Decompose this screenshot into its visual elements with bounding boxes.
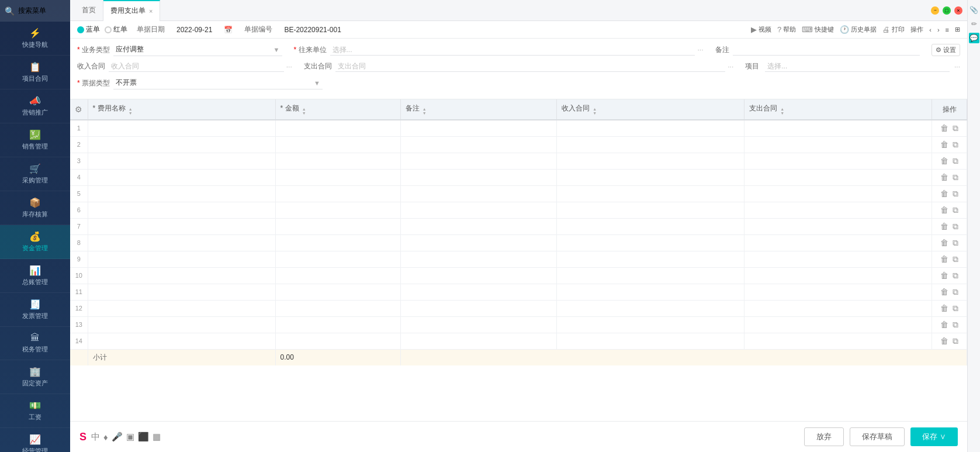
sort-icon-note[interactable]: ▲▼ [423,107,427,115]
th-income-contract[interactable]: 收入合同 ▲▼ [557,99,744,120]
note-cell[interactable] [400,120,557,136]
amount-cell[interactable] [275,267,400,284]
amount-cell[interactable] [275,202,400,218]
income-contract-cell[interactable] [557,234,744,251]
th-expense-contract[interactable]: 支出合同 ▲▼ [744,99,932,120]
gear-column-icon[interactable]: ⚙ [75,105,82,114]
delete-row-icon[interactable]: 🗑 [940,336,948,346]
amount-cell[interactable] [275,136,400,153]
amount-cell[interactable] [275,234,400,251]
amount-cell[interactable] [275,169,400,185]
copy-row-icon[interactable]: ⧉ [953,205,958,215]
copy-row-icon[interactable]: ⧉ [953,156,958,165]
sidebar-item-tax[interactable]: 🏛 税务管理 [0,327,70,360]
number-value[interactable]: BE-20220921-001 [284,26,341,34]
sidebar-item-operations[interactable]: 📈 经营管理 [0,428,70,452]
delete-row-icon[interactable]: 🗑 [940,271,948,280]
expense-contract-cell[interactable] [744,251,932,267]
th-amount[interactable]: * 金额 ▲▼ [275,99,400,120]
expense-name-cell[interactable] [88,185,275,202]
income-contract-cell[interactable] [557,316,744,333]
delete-row-icon[interactable]: 🗑 [940,172,948,182]
expense-name-cell[interactable] [88,136,275,153]
expense-contract-cell[interactable] [744,267,932,284]
note-cell[interactable] [400,251,557,267]
income-contract-cell[interactable] [557,267,744,284]
window-minimize[interactable]: － [931,6,939,15]
sidebar-item-purchase[interactable]: 🛒 采购管理 [0,157,70,191]
expense-name-cell[interactable] [88,153,275,169]
right-panel-clip-icon[interactable]: 📎 [969,5,979,15]
amount-cell[interactable] [275,300,400,316]
biz-type-select[interactable]: 应付调整 ▼ [113,43,282,56]
note-cell[interactable] [400,169,557,185]
expense-contract-cell[interactable] [744,120,932,136]
copy-row-icon[interactable]: ⧉ [953,336,958,346]
delete-row-icon[interactable]: 🗑 [940,205,948,215]
footer-icon-square1[interactable]: ▣ [126,432,134,442]
expense-contract-cell[interactable] [744,185,932,202]
note-cell[interactable] [400,267,557,284]
note-cell[interactable] [400,300,557,316]
delete-row-icon[interactable]: 🗑 [940,189,948,198]
income-contract-cell[interactable] [557,251,744,267]
sidebar-search[interactable]: 🔍 搜索菜单 [0,0,70,22]
invoice-type-select[interactable]: 不开票 ▼ [113,77,323,89]
expense-name-cell[interactable] [88,218,275,234]
expense-name-cell[interactable] [88,202,275,218]
copy-row-icon[interactable]: ⧉ [953,287,958,296]
income-contract-cell[interactable] [557,169,744,185]
note-cell[interactable] [400,333,557,349]
settings-button[interactable]: ⚙ 设置 [931,44,960,56]
sidebar-item-shortcuts[interactable]: ⚡ 快捷导航 [0,22,70,56]
income-contract-cell[interactable] [557,333,744,349]
amount-cell[interactable] [275,316,400,333]
calendar-icon[interactable]: 📅 [224,26,233,34]
tab-home[interactable]: 首页 [75,0,103,21]
list-view-btn[interactable]: ≡ [946,26,949,33]
history-btn[interactable]: 🕐 历史单据 [840,25,877,34]
window-close[interactable]: × [954,6,962,15]
income-contract-cell[interactable] [557,120,744,136]
amount-cell[interactable] [275,120,400,136]
expense-contract-cell[interactable] [744,218,932,234]
amount-cell[interactable] [275,218,400,234]
th-expense-name[interactable]: * 费用名称 ▲▼ [88,99,275,120]
copy-row-icon[interactable]: ⧉ [953,222,958,231]
copy-row-icon[interactable]: ⧉ [953,140,958,149]
note-cell[interactable] [400,185,557,202]
sort-icon-income[interactable]: ▲▼ [593,107,597,115]
footer-icon-mic[interactable]: 🎤 [112,432,123,442]
delete-row-icon[interactable]: 🗑 [940,320,948,329]
income-contract-dots[interactable]: ··· [286,63,292,71]
footer-icon-grid[interactable]: ▦ [153,432,161,442]
amount-cell[interactable] [275,153,400,169]
amount-cell[interactable] [275,284,400,300]
date-value[interactable]: 2022-09-21 [176,26,212,34]
copy-row-icon[interactable]: ⧉ [953,189,958,198]
save-draft-button[interactable]: 保存草稿 [850,427,905,446]
expense-name-cell[interactable] [88,234,275,251]
operate-btn[interactable]: 操作 [910,25,923,34]
delete-row-icon[interactable]: 🗑 [940,222,948,231]
note-cell[interactable] [400,202,557,218]
delete-row-icon[interactable]: 🗑 [940,123,948,133]
copy-row-icon[interactable]: ⧉ [953,172,958,182]
expense-contract-cell[interactable] [744,284,932,300]
copy-row-icon[interactable]: ⧉ [953,123,958,133]
expense-contract-cell[interactable] [744,333,932,349]
income-contract-cell[interactable] [557,153,744,169]
delete-row-icon[interactable]: 🗑 [940,303,948,313]
expense-contract-cell[interactable] [744,169,932,185]
expense-name-cell[interactable] [88,316,275,333]
expense-contract-cell[interactable] [744,153,932,169]
save-button[interactable]: 保存 ∨ [910,427,958,446]
right-panel-chat-icon[interactable]: 💬 [969,33,979,43]
expense-name-cell[interactable] [88,284,275,300]
sidebar-item-marketing[interactable]: 📣 营销推广 [0,89,70,123]
project-dots[interactable]: ··· [954,63,960,71]
th-gear[interactable]: ⚙ [70,99,88,120]
note-cell[interactable] [400,234,557,251]
expense-contract-cell[interactable] [744,316,932,333]
copy-row-icon[interactable]: ⧉ [953,254,958,264]
